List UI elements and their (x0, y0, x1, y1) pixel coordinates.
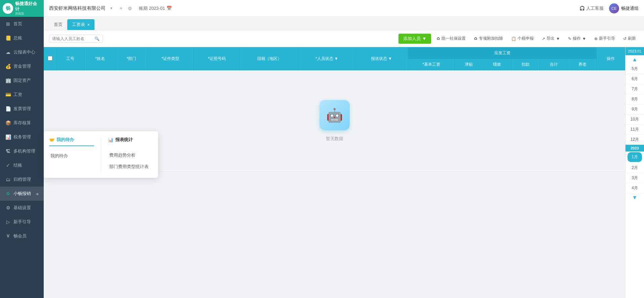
sidebar-item-reports[interactable]: ☁ 云报表中心 (0, 45, 44, 59)
sidebar-label-funds: 资金管理 (13, 63, 31, 69)
social-insurance-button[interactable]: ♻ 统一社保设置 (434, 34, 468, 43)
department-header: *部门 (116, 47, 147, 70)
sidebar-item-home[interactable]: ⊞ 首页 (0, 17, 44, 31)
date-item-11[interactable]: 11月 (626, 125, 644, 135)
tax-filing-icon: 📋 (511, 36, 516, 41)
select-all-header (44, 47, 56, 70)
empty-robot-icon: 🤖 (319, 100, 350, 130)
user-menu[interactable]: CE 畅捷通组 (609, 3, 639, 13)
sidebar: 畅 畅捷通好会计 旗舰版 ⊞ 首页 📒 总账 ☁ 云报表中心 💰 资金管理 🏢 … (0, 0, 44, 298)
add-btn-arrow: ▼ (422, 36, 426, 41)
sidebar-label-salary: 工资 (13, 92, 22, 98)
settings-gear-icon[interactable]: ⚙ (128, 6, 132, 11)
export-icon: ↗ (542, 36, 545, 41)
avatar-initials: CE (611, 6, 616, 10)
calendar-icon[interactable]: 📅 (166, 6, 172, 11)
date-item-8[interactable]: 8月 (626, 94, 644, 104)
close-tab-icon[interactable]: ✕ (87, 23, 90, 27)
salary-group-header: 应发工资 (408, 47, 597, 59)
date-item-6[interactable]: 6月 (626, 74, 644, 84)
logo-text-block: 畅捷通好会计 旗舰版 (15, 1, 41, 16)
date-item-7[interactable]: 7月 (626, 84, 644, 94)
settings-icon: ⚙ (5, 205, 11, 210)
app-name: 畅捷通好会计 (15, 1, 41, 11)
date-year-2023: 2023 (626, 145, 644, 152)
avatar: CE (609, 3, 619, 13)
date-up-button[interactable]: ▲ (626, 55, 644, 64)
id-type-header: *证件类型 (147, 47, 193, 70)
new-guide-icon: ⊕ (594, 36, 598, 41)
sidebar-item-ledger[interactable]: 📒 总账 (0, 31, 44, 45)
popup-col-my-tasks: 🤝 我的待办 我的待办 (49, 137, 94, 172)
sidebar-item-invoice[interactable]: 📄 发票管理 (0, 102, 44, 116)
popup-item-my-tasks[interactable]: 我的待办 (49, 150, 94, 162)
sidebar-label-inventory: 库存核算 (13, 120, 31, 126)
date-item-2[interactable]: 2月 (626, 163, 644, 173)
tab-salary-label: 工资表 (72, 22, 85, 28)
tax-filing-button[interactable]: 📋 个税申报 (508, 34, 536, 43)
date-item-5[interactable]: 5月 (626, 64, 644, 74)
tabs-bar: 首页 工资表 ✕ (44, 17, 644, 30)
sidebar-label-invoice: 发票管理 (13, 106, 31, 112)
tab-home[interactable]: 首页 (49, 19, 67, 30)
popup-item-dept-expense[interactable]: 部门费用类型统计表 (108, 161, 153, 172)
sidebar-item-fixed-assets[interactable]: 🏢 固定资产 (0, 73, 44, 88)
sidebar-item-archive[interactable]: 🗂 归档管理 (0, 172, 44, 187)
refresh-button[interactable]: ↺ 刷新 (620, 34, 639, 43)
sidebar-item-tax[interactable]: 📊 税务管理 (0, 130, 44, 144)
name-header: *姓名 (84, 47, 116, 70)
personnel-status-filter-icon[interactable]: ▼ (334, 56, 338, 61)
sidebar-item-settlement[interactable]: ✓ 结账 (0, 158, 44, 172)
company-dropdown[interactable]: ▼ (110, 6, 113, 10)
period-label: 账期 (139, 5, 148, 11)
date-item-9[interactable]: 9月 (626, 104, 644, 114)
tab-home-label: 首页 (54, 22, 63, 28)
operations-button[interactable]: ✎ 操作 ▼ (565, 34, 589, 43)
sidebar-item-multi-org[interactable]: 🏗 多机构管理 (0, 144, 44, 158)
operations-arrow: ▼ (582, 36, 586, 41)
date-item-10[interactable]: 10月 (626, 114, 644, 125)
tax-filing-label: 个税申报 (518, 36, 534, 41)
popup-item-expense-trend[interactable]: 费用趋势分析 (108, 150, 153, 161)
date-down-button[interactable]: ▼ (626, 193, 644, 202)
date-item-12[interactable]: 12月 (626, 135, 644, 145)
add-person-button[interactable]: 添加人员 ▼ (399, 34, 431, 44)
sidebar-item-inventory[interactable]: 📦 库存核算 (0, 116, 44, 130)
service-label: 人工客服 (586, 5, 604, 11)
home-icon: ⊞ (5, 21, 11, 27)
allowance-header: 津贴 (455, 59, 483, 70)
headset-icon: 🎧 (579, 6, 585, 11)
date-item-3[interactable]: 3月 (626, 173, 644, 183)
add-company-button[interactable]: ＋ (118, 5, 124, 12)
logo-icon: 畅 (3, 3, 13, 14)
date-item-1[interactable]: 1月 (628, 152, 642, 162)
toolbar: 🔍 添加人员 ▼ ♻ 统一社保设置 ♻ 专项附加扣除 📋 个税申报 ↗ 导出 ▼… (44, 30, 644, 47)
sidebar-item-salary[interactable]: 💳 工资 (0, 88, 44, 102)
personnel-status-header: *人员状态 ▼ (299, 47, 355, 70)
customer-service-button[interactable]: 🎧 人工客服 (579, 5, 604, 11)
header-right: 🎧 人工客服 CE 畅捷通组 (579, 3, 639, 13)
sidebar-item-new-guide[interactable]: ▷ 新手引导 (0, 215, 44, 229)
sidebar-item-members[interactable]: V 畅会员 (0, 229, 44, 243)
social-insurance-icon: ♻ (437, 36, 440, 41)
tab-salary-table[interactable]: 工资表 ✕ (67, 19, 94, 30)
special-deduction-button[interactable]: ♻ 专项附加扣除 (471, 34, 506, 43)
sidebar-nav: ⊞ 首页 📒 总账 ☁ 云报表中心 💰 资金管理 🏢 固定资产 💳 工资 📄 发… (0, 17, 44, 298)
sidebar-label-settlement: 结账 (13, 162, 22, 168)
sidebar-label-fixed-assets: 固定资产 (13, 77, 31, 84)
select-all-checkbox[interactable] (48, 56, 52, 61)
guide-icon: ▷ (5, 219, 11, 225)
export-button[interactable]: ↗ 导出 ▼ (539, 34, 563, 43)
date-item-4[interactable]: 4月 (626, 183, 644, 193)
employee-id-header: 工号 (56, 47, 84, 70)
sidebar-item-basic-settings[interactable]: ⚙ 基础设置 (0, 201, 44, 215)
funds-icon: 💰 (5, 64, 11, 69)
submit-status-filter-icon[interactable]: ▼ (388, 56, 392, 61)
tax-icon: 📊 (5, 134, 11, 140)
search-input[interactable] (52, 36, 92, 41)
sidebar-item-funds[interactable]: 💰 资金管理 (0, 59, 44, 73)
sidebar-item-xiaochang[interactable]: G 小畅报销 ◀ (0, 187, 44, 201)
new-guide-button[interactable]: ⊕ 新手引导 (592, 34, 618, 43)
search-icon[interactable]: 🔍 (94, 36, 100, 41)
settlement-icon: ✓ (5, 163, 11, 168)
